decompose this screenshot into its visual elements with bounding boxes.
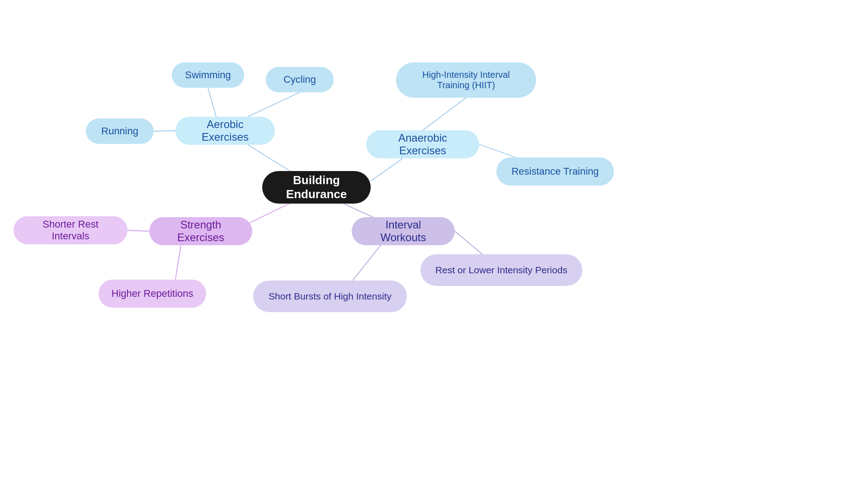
svg-line-1 xyxy=(208,88,216,117)
anaerobic-node: Anaerobic Exercises xyxy=(366,130,479,158)
svg-line-8 xyxy=(127,230,149,231)
running-node: Running xyxy=(86,119,154,144)
rest-lower-node: Rest or Lower Intensity Periods xyxy=(420,254,582,286)
short-bursts-node: Short Bursts of High Intensity xyxy=(253,281,407,312)
higher-rep-node: Higher Repetitions xyxy=(99,280,206,308)
svg-line-3 xyxy=(154,131,175,131)
svg-line-11 xyxy=(353,245,381,281)
svg-line-2 xyxy=(248,92,300,117)
strength-node: Strength Exercises xyxy=(149,217,252,245)
svg-line-9 xyxy=(175,245,181,280)
cycling-node: Cycling xyxy=(266,67,334,92)
svg-line-5 xyxy=(423,98,466,130)
hiit-node: High-Intensity Interval Training (HIIT) xyxy=(396,62,536,98)
resistance-node: Resistance Training xyxy=(496,157,614,186)
swimming-node: Swimming xyxy=(172,62,244,88)
shorter-rest-node: Shorter Rest Intervals xyxy=(14,216,127,244)
interval-node: Interval Workouts xyxy=(352,217,455,245)
center-node: Building Endurance xyxy=(262,171,371,204)
aerobic-node: Aerobic Exercises xyxy=(175,117,275,145)
